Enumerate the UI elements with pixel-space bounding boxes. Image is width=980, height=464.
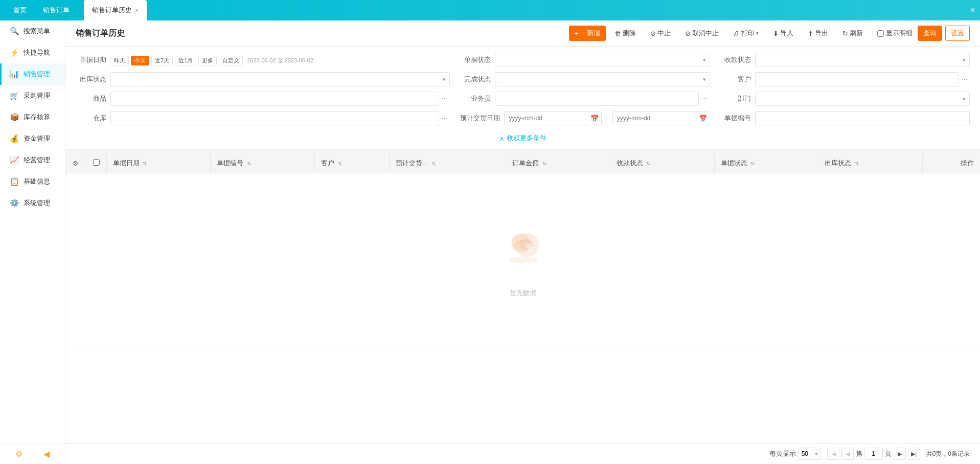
status-select[interactable]	[495, 53, 710, 67]
sort-amount-icon[interactable]: ⇅	[542, 161, 546, 166]
sidebar-item-quick-nav[interactable]: ⚡ 快捷导航	[0, 42, 65, 63]
operations-icon: 📈	[10, 156, 19, 165]
filter-group-date: 单据日期 昨天 今天 近7天 近1月 更多 自定义 2023-06-02 至 2…	[76, 55, 450, 65]
cancel-stop-button[interactable]: ⊘ 取消中止	[679, 26, 724, 41]
warehouse-dots-button[interactable]: ···	[439, 114, 450, 123]
date-btn-more[interactable]: 更多	[198, 56, 217, 65]
import-icon: ⬇	[773, 30, 779, 37]
table-body: 暂无数据	[65, 173, 980, 344]
sort-date-icon[interactable]: ⇅	[143, 161, 147, 166]
print-icon: 🖨	[733, 30, 740, 37]
tab-sales-order-history-close[interactable]: ×	[135, 7, 138, 13]
quick-nav-icon: ⚡	[10, 48, 19, 57]
product-input[interactable]	[110, 92, 439, 106]
prev-page-button[interactable]: ◀	[841, 448, 854, 460]
customer-input[interactable]	[755, 72, 959, 86]
filter-group-product: 商品 ···	[76, 92, 450, 106]
out-status-select[interactable]	[110, 72, 450, 86]
page-size-select-group: 每页显示 50 100 200	[769, 448, 821, 460]
next-page-button[interactable]: ▶	[894, 448, 906, 460]
tab-home[interactable]: 首页	[5, 0, 35, 20]
page-label-suffix: 页	[885, 449, 892, 458]
sidebar-item-basic-info[interactable]: 📋 基础信息	[0, 171, 65, 192]
sidebar-settings-icon[interactable]: ⚙	[15, 449, 22, 459]
date-btn-custom[interactable]: 自定义	[219, 56, 243, 65]
sort-order-no-icon[interactable]: ⇅	[247, 161, 251, 166]
filter-group-warehouse: 仓库 ···	[76, 111, 450, 125]
warehouse-label: 仓库	[76, 114, 106, 123]
sidebar-item-inventory[interactable]: 📦 库存核算	[0, 106, 65, 128]
tab-sales-order[interactable]: 销售订单 ×	[35, 0, 84, 20]
filter-group-payment-status: 收款状态	[720, 53, 970, 67]
collapse-bar[interactable]: ∧ 收起更多条件	[76, 130, 970, 143]
department-select[interactable]	[755, 92, 970, 106]
th-expected-date: 预计交货... ⇅	[390, 153, 506, 173]
expected-date-from-input[interactable]	[504, 111, 602, 125]
delete-button[interactable]: 🗑 删除	[609, 26, 642, 41]
pagination: |◀ ◀ 第 页 ▶ ▶|	[827, 448, 920, 460]
toolbar-divider	[873, 28, 873, 38]
export-button[interactable]: ⬆ 导出	[802, 26, 834, 41]
sidebar-item-operations[interactable]: 📈 经营管理	[0, 149, 65, 171]
out-status-label: 出库状态	[76, 75, 106, 84]
date-btn-today[interactable]: 今天	[131, 56, 149, 65]
window-close-button[interactable]: ×	[970, 6, 975, 15]
salesperson-input[interactable]	[495, 92, 699, 106]
th-checkbox[interactable]	[86, 153, 106, 173]
settings-button[interactable]: 设置	[945, 26, 970, 41]
expected-date-to-input[interactable]	[612, 111, 710, 125]
order-no-input[interactable]	[755, 111, 970, 125]
new-button[interactable]: + + 新增	[569, 26, 606, 41]
page-size-select[interactable]: 50 100 200	[798, 448, 821, 460]
product-label: 商品	[76, 94, 106, 103]
th-doc-status: 单据状态 ⇅	[714, 153, 818, 173]
filter-group-order-no: 单据编号	[720, 111, 970, 125]
sort-customer-icon[interactable]: ⇅	[338, 161, 342, 166]
warehouse-input[interactable]	[110, 111, 439, 125]
sidebar-item-sys-mgmt[interactable]: ⚙️ 系统管理	[0, 192, 65, 214]
last-page-button[interactable]: ▶|	[908, 448, 920, 460]
sort-out-status-icon[interactable]: ⇅	[855, 161, 859, 166]
sidebar-collapse-icon[interactable]: ◀	[43, 449, 50, 459]
out-status-select-wrapper	[110, 72, 450, 86]
th-operation: 操作	[923, 153, 980, 173]
sys-mgmt-icon: ⚙️	[10, 198, 19, 208]
first-page-button[interactable]: |◀	[827, 448, 839, 460]
sidebar-item-sales-mgmt[interactable]: 📊 销售管理	[0, 63, 65, 85]
export-icon: ⬆	[808, 30, 813, 37]
display-detail-checkbox[interactable]	[877, 30, 884, 37]
th-settings[interactable]: ⚙	[65, 153, 86, 173]
filter-group-expected-date: 预计交货日期 📅 — 📅	[460, 111, 710, 125]
date-btn-7days[interactable]: 近7天	[151, 56, 173, 65]
salesperson-dots-button[interactable]: ···	[699, 94, 710, 103]
payment-status-select[interactable]	[755, 53, 970, 67]
product-dots-button[interactable]: ···	[439, 94, 450, 103]
date-btn-1month[interactable]: 近1月	[175, 56, 196, 65]
empty-state-row: 暂无数据	[65, 173, 980, 344]
display-detail-toggle[interactable]: 显示明细	[877, 29, 913, 38]
payment-status-label: 收款状态	[720, 55, 751, 64]
sort-expected-date-icon[interactable]: ⇅	[431, 161, 436, 166]
date-range-separator: —	[604, 115, 610, 122]
select-all-checkbox[interactable]	[93, 159, 100, 166]
tab-sales-order-history[interactable]: 销售订单历史 ×	[84, 0, 146, 20]
sort-doc-status-icon[interactable]: ⇅	[750, 161, 755, 166]
sidebar-item-purchase-mgmt[interactable]: 🛒 采购管理	[0, 85, 65, 106]
date-shortcuts: 昨天 今天 近7天 近1月 更多 自定义 2023-06-02 至 2023-0…	[110, 56, 450, 65]
query-button[interactable]: 查询	[918, 26, 942, 41]
filter-row-2: 出库状态 完成状态 客户	[76, 72, 970, 86]
date-btn-yesterday[interactable]: 昨天	[110, 56, 129, 65]
tab-sales-order-close[interactable]: ×	[73, 7, 76, 13]
customer-dots-button[interactable]: ···	[959, 75, 970, 84]
cancel-stop-icon: ⊘	[685, 30, 691, 37]
page-number-input[interactable]	[864, 448, 883, 460]
sidebar-item-search-menu[interactable]: 🔍 搜索菜单	[0, 20, 65, 42]
sidebar-item-finance[interactable]: 💰 资金管理	[0, 128, 65, 149]
sort-payment-icon[interactable]: ⇅	[646, 161, 650, 166]
complete-status-select[interactable]	[495, 72, 710, 86]
stop-button[interactable]: ⊘ 中止	[645, 26, 676, 41]
sidebar-bottom: ⚙ ◀	[0, 444, 65, 464]
import-button[interactable]: ⬇ 导入	[767, 26, 799, 41]
refresh-button[interactable]: ↻ 刷新	[837, 26, 869, 41]
print-button[interactable]: 🖨 打印 ▾	[727, 26, 764, 41]
